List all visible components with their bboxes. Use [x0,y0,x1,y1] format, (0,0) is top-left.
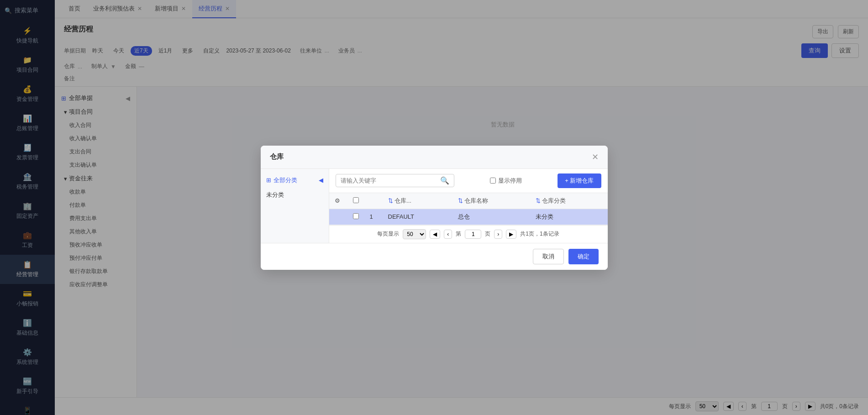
modal-search-icon: 🔍 [440,176,449,185]
modal-header: 仓库 ✕ [261,146,608,169]
show-disabled-checkbox[interactable] [490,178,496,184]
modal-first-page-btn[interactable]: ◀ [430,230,440,239]
row-gear [329,209,347,225]
modal-per-page-label: 每页显示 [377,230,399,238]
row-checkbox-input[interactable] [353,213,359,219]
warehouse-table: ⚙ ⇅ 仓库... ⇅ 仓库名称 ⇅ 仓库分类 1 DEFAULT 总仓 未分类 [329,193,608,225]
modal-search-box: 🔍 [336,174,454,187]
modal-confirm-button[interactable]: 确定 [568,249,599,264]
table-row[interactable]: 1 DEFAULT 总仓 未分类 [329,209,608,225]
modal-search-input[interactable] [341,177,437,184]
modal-left-header[interactable]: ⊞ 全部分类 ◀ [261,173,329,187]
row-category: 未分类 [530,209,608,225]
show-disabled-label[interactable]: 显示停用 [490,177,522,185]
modal-right-panel: 🔍 显示停用 + 新增仓库 ⚙ ⇅ 仓库... ⇅ 仓库名称 ⇅ 仓库分类 [329,169,608,243]
modal-left-panel: ⊞ 全部分类 ◀ 未分类 [261,169,329,243]
th-category[interactable]: ⇅ 仓库分类 [530,193,608,209]
modal-warehouse: 仓库 ✕ ⊞ 全部分类 ◀ 未分类 [261,146,608,270]
row-code: DEFAULT [383,209,452,225]
row-checkbox [347,209,364,225]
row-name: 总仓 [452,209,530,225]
modal-close-icon[interactable]: ✕ [592,152,599,162]
modal-toolbar: 🔍 显示停用 + 新增仓库 [329,169,608,193]
modal-title: 仓库 [270,152,284,161]
th-seq [364,193,383,209]
modal-body: ⊞ 全部分类 ◀ 未分类 🔍 显示停用 [261,169,608,243]
add-warehouse-button[interactable]: + 新增仓库 [558,173,601,188]
modal-cancel-button[interactable]: 取消 [533,249,564,264]
modal-page-unit: 页 [485,230,490,238]
th-name[interactable]: ⇅ 仓库名称 [452,193,530,209]
modal-prev-page-btn[interactable]: ‹ [444,230,452,239]
modal-table: ⚙ ⇅ 仓库... ⇅ 仓库名称 ⇅ 仓库分类 1 DEFAULT 总仓 未分类 [329,193,608,225]
modal-per-page-select[interactable]: 50 10 20 100 [403,229,426,239]
th-gear[interactable]: ⚙ [329,193,347,209]
grid-icon2: ⊞ [266,177,271,184]
modal-total-text: 共1页，1条记录 [520,230,559,238]
modal-left-item-uncategorized[interactable]: 未分类 [261,187,329,203]
table-header-row: ⚙ ⇅ 仓库... ⇅ 仓库名称 ⇅ 仓库分类 [329,193,608,209]
modal-page-input[interactable] [465,230,481,239]
th-code[interactable]: ⇅ 仓库... [383,193,452,209]
show-disabled-text: 显示停用 [498,177,522,185]
row-seq: 1 [364,209,383,225]
modal-next-page-btn[interactable]: › [494,230,502,239]
modal-footer: 取消 确定 [261,243,608,270]
select-all-checkbox[interactable] [353,197,359,203]
modal-overlay[interactable]: 仓库 ✕ ⊞ 全部分类 ◀ 未分类 [0,0,868,415]
modal-left-all-label: 全部分类 [274,176,297,184]
modal-last-page-btn[interactable]: ▶ [506,230,516,239]
modal-page-label: 第 [456,230,461,238]
th-checkbox [347,193,364,209]
modal-pagination: 每页显示 50 10 20 100 ◀ ‹ 第 页 › ▶ 共1页，1条记录 [329,225,608,243]
modal-collapse-icon[interactable]: ◀ [319,177,323,184]
